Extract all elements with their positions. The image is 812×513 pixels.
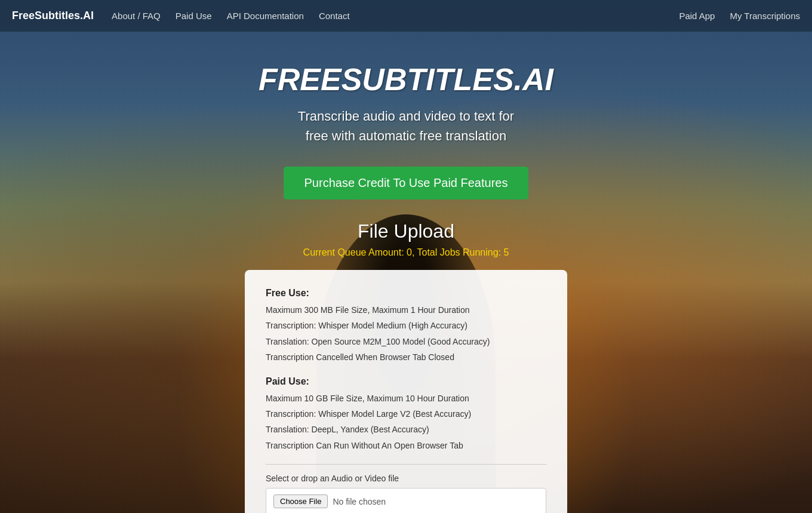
paid-use-title: Paid Use: <box>266 376 546 387</box>
nav-my-transcriptions[interactable]: My Transcriptions <box>730 11 800 21</box>
divider <box>266 464 546 465</box>
nav-right: Paid App My Transcriptions <box>679 11 800 21</box>
site-title: FREESUBTITLES.AI <box>259 62 553 97</box>
purchase-credit-button[interactable]: Purchase Credit To Use Paid Features <box>284 167 529 199</box>
nav-about-faq[interactable]: About / FAQ <box>112 11 161 21</box>
free-use-item-2: Translation: Open Source M2M_100 Model (… <box>266 335 546 348</box>
navbar: FreeSubtitles.AI About / FAQ Paid Use AP… <box>0 0 812 32</box>
paid-use-item-2: Translation: DeepL, Yandex (Best Accurac… <box>266 423 546 436</box>
tagline-line2: free with automatic free translation <box>306 128 506 143</box>
nav-brand[interactable]: FreeSubtitles.AI <box>12 10 94 22</box>
select-label: Select or drop an Audio or Video file <box>266 474 546 483</box>
nav-paid-app[interactable]: Paid App <box>679 11 715 21</box>
nav-paid-use[interactable]: Paid Use <box>176 11 212 21</box>
free-use-item-1: Transcription: Whisper Model Medium (Hig… <box>266 319 546 332</box>
file-input-wrapper[interactable]: Choose File No file chosen <box>266 488 546 513</box>
free-use-section: Free Use: Maximum 300 MB File Size, Maxi… <box>266 288 546 364</box>
paid-use-item-0: Maximum 10 GB File Size, Maximum 10 Hour… <box>266 392 546 405</box>
tagline: Transcribe audio and video to text for f… <box>298 106 514 146</box>
file-upload-title: File Upload <box>358 220 454 242</box>
paid-use-item-1: Transcription: Whisper Model Large V2 (B… <box>266 407 546 420</box>
free-use-item-3: Transcription Cancelled When Browser Tab… <box>266 351 546 364</box>
nav-contact[interactable]: Contact <box>319 11 350 21</box>
paid-use-item-3: Transcription Can Run Without An Open Br… <box>266 439 546 452</box>
nav-api-docs[interactable]: API Documentation <box>227 11 304 21</box>
nav-links: About / FAQ Paid Use API Documentation C… <box>112 11 679 21</box>
queue-info: Current Queue Amount: 0, Total Jobs Runn… <box>303 247 509 258</box>
main-content: FREESUBTITLES.AI Transcribe audio and vi… <box>0 32 812 513</box>
free-use-title: Free Use: <box>266 288 546 299</box>
paid-use-section: Paid Use: Maximum 10 GB File Size, Maxim… <box>266 376 546 453</box>
free-use-item-0: Maximum 300 MB File Size, Maximum 1 Hour… <box>266 303 546 317</box>
no-file-text: No file chosen <box>333 497 386 506</box>
tagline-line1: Transcribe audio and video to text for <box>298 109 514 124</box>
form-card: Free Use: Maximum 300 MB File Size, Maxi… <box>245 270 567 513</box>
choose-file-button[interactable]: Choose File <box>273 494 328 508</box>
